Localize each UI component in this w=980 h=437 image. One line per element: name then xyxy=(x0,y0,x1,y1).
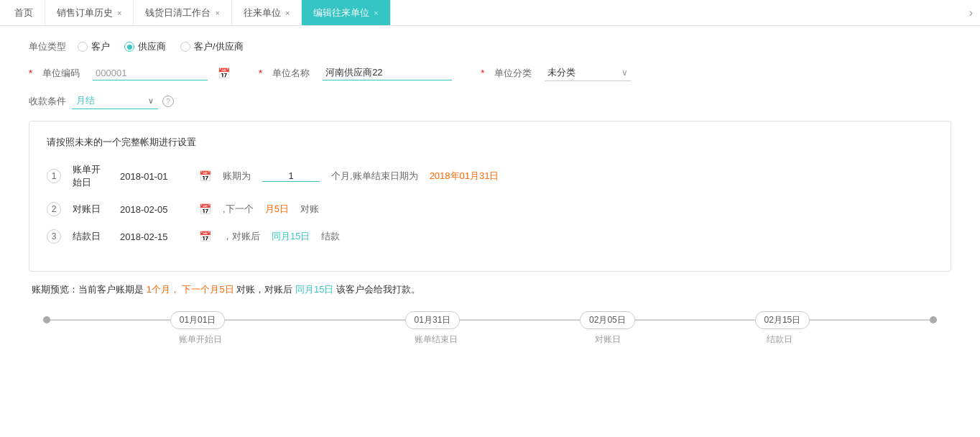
period-row-1: 1 账单开始日 2018-01-01 📅 账期为 个月,账单结束日期为 2018… xyxy=(47,163,933,189)
radio-label-customer: 客户 xyxy=(91,40,110,53)
period-title: 请按照未来的一个完整帐期进行设置 xyxy=(47,136,933,149)
tab-close-sales-history[interactable]: × xyxy=(117,9,121,17)
required-star-category: * xyxy=(481,68,484,78)
period-date-1: 2018-01-01 xyxy=(120,171,185,182)
timeline-node-3: 02月05日 xyxy=(580,311,635,329)
period-num-1: 1 xyxy=(47,169,61,183)
unit-category-chevron: ∨ xyxy=(621,68,628,78)
unit-name-input[interactable] xyxy=(323,66,452,80)
help-icon[interactable]: ? xyxy=(162,96,174,107)
timeline-node-2: 01月31日 xyxy=(405,311,461,329)
tab-close-cash-work[interactable]: × xyxy=(215,9,219,17)
preview-end: 该客户会给我打款。 xyxy=(336,284,420,295)
period-cal-icon-3[interactable]: 📅 xyxy=(199,231,211,242)
period-suffix-3: ，对账后 xyxy=(223,230,260,243)
timeline-nodes-row: 01月01日 01月31日 02月05日 02月15日 xyxy=(43,309,937,331)
timeline-node-4: 02月15日 xyxy=(755,311,810,329)
period-box: 请按照未来的一个完整帐期进行设置 1 账单开始日 2018-01-01 📅 账期… xyxy=(29,121,951,272)
period-row-3: 3 结款日 2018-02-15 📅 ，对账后 同月15日 结款 xyxy=(47,229,933,244)
preview-middle: 对账，对账后 xyxy=(236,284,292,295)
period-highlight-3: 同月15日 xyxy=(272,230,310,243)
radio-group-unit-type: 客户 供应商 客户/供应商 xyxy=(78,40,244,53)
payment-terms-row: 收款条件 月结 ∨ ? xyxy=(29,93,951,109)
unit-name-label: 单位名称 xyxy=(272,67,310,80)
timeline-labels-row: 账单开始日 账单结束日 对账日 结款日 xyxy=(43,334,937,346)
radio-supplier[interactable]: 供应商 xyxy=(124,40,166,53)
tab-label-home: 首页 xyxy=(14,6,33,19)
unit-code-label: 单位编码 xyxy=(42,67,80,80)
fields-row: * 单位编码 📅 * 单位名称 * 单位分类 未分类 ∨ xyxy=(29,65,951,81)
tab-edit-partner[interactable]: 编辑往来单位× xyxy=(302,0,390,25)
timeline-label-3: 对账日 xyxy=(586,334,629,346)
period-date-2: 2018-02-05 xyxy=(120,204,185,215)
period-after-2: 对账 xyxy=(300,203,319,216)
required-star-code: * xyxy=(29,68,32,78)
period-row-2: 2 对账日 2018-02-05 📅 ,下一个 月5日 对账 xyxy=(47,202,933,216)
unit-code-icon[interactable]: 📅 xyxy=(218,68,230,79)
period-cal-icon-1[interactable]: 📅 xyxy=(199,170,211,182)
radio-circle-customer xyxy=(78,42,88,52)
tab-bar: 首页销售订单历史×钱货日清工作台×往来单位×编辑往来单位×› xyxy=(0,0,980,26)
unit-code-input[interactable] xyxy=(93,66,208,80)
preview-part1: 1个月， xyxy=(147,284,180,295)
timeline-label-4: 结款日 xyxy=(758,334,801,346)
timeline-start-dot xyxy=(43,316,50,323)
period-label-1: 账单开始日 xyxy=(73,163,108,189)
period-months-input[interactable] xyxy=(262,170,320,182)
timeline-badge-3: 02月05日 xyxy=(580,311,635,329)
preview-label: 账期预览：当前客户账期是 xyxy=(32,284,144,295)
tab-close-edit-partner[interactable]: × xyxy=(374,9,378,17)
period-highlight-2: 月5日 xyxy=(265,203,289,216)
period-highlight-1: 2018年01月31日 xyxy=(430,170,499,183)
payment-terms-value: 月结 xyxy=(76,94,148,107)
preview-part2: 下一个月5日 xyxy=(182,284,234,295)
required-star-name: * xyxy=(259,68,262,78)
preview-text: 账期预览：当前客户账期是 1个月， 下一个月5日 对账，对账后 同月15日 该客… xyxy=(29,283,951,296)
radio-both[interactable]: 客户/供应商 xyxy=(180,40,244,53)
radio-label-both: 客户/供应商 xyxy=(194,40,244,53)
period-unit-text-1: 个月,账单结束日期为 xyxy=(331,170,418,183)
unit-type-label: 单位类型 xyxy=(29,40,66,53)
timeline-badge-2: 01月31日 xyxy=(405,311,461,329)
tab-label-sales-history: 销售订单历史 xyxy=(57,6,113,19)
field-group-category: * 单位分类 未分类 ∨ xyxy=(481,65,631,81)
main-content: 单位类型 客户 供应商 客户/供应商 * 单位编码 📅 * 单位名称 * 单位分… xyxy=(0,26,980,437)
period-num-2: 2 xyxy=(47,202,61,216)
tab-label-cash-work: 钱货日清工作台 xyxy=(145,6,211,19)
timeline-container: 01月01日 01月31日 02月05日 02月15日 xyxy=(29,309,951,346)
timeline-node-1: 01月01日 xyxy=(170,311,226,329)
tab-close-partner-unit[interactable]: × xyxy=(285,9,290,17)
tab-sales-history[interactable]: 销售订单历史× xyxy=(45,0,134,25)
tab-more-button[interactable]: › xyxy=(962,0,980,25)
period-num-3: 3 xyxy=(47,229,61,244)
timeline-label-2: 账单结束日 xyxy=(415,334,458,346)
period-cal-icon-2[interactable]: 📅 xyxy=(199,203,211,215)
radio-label-supplier: 供应商 xyxy=(138,40,166,53)
payment-terms-dropdown[interactable]: 月结 ∨ xyxy=(72,93,158,109)
period-after-3: 结款 xyxy=(321,230,340,243)
tab-home[interactable]: 首页 xyxy=(0,0,45,25)
radio-circle-both xyxy=(180,42,190,52)
radio-customer[interactable]: 客户 xyxy=(78,40,110,53)
period-label-2: 对账日 xyxy=(73,203,108,216)
unit-category-label: 单位分类 xyxy=(494,67,532,80)
timeline-end-dot xyxy=(930,316,937,323)
period-date-3: 2018-02-15 xyxy=(120,231,185,242)
tab-label-edit-partner: 编辑往来单位 xyxy=(313,6,369,19)
timeline-badge-4: 02月15日 xyxy=(755,311,810,329)
unit-category-select[interactable]: 未分类 ∨ xyxy=(545,65,631,81)
field-group-name: * 单位名称 xyxy=(259,66,452,80)
radio-circle-supplier xyxy=(124,42,134,52)
preview-part3: 同月15日 xyxy=(295,284,333,295)
unit-type-row: 单位类型 客户 供应商 客户/供应商 xyxy=(29,40,951,53)
field-group-code: * 单位编码 📅 xyxy=(29,66,230,80)
tab-cash-work[interactable]: 钱货日清工作台× xyxy=(134,0,231,25)
period-suffix-1: 账期为 xyxy=(223,170,251,183)
timeline-label-1: 账单开始日 xyxy=(179,334,222,346)
period-suffix-2: ,下一个 xyxy=(223,203,254,216)
payment-terms-chevron-icon: ∨ xyxy=(148,96,154,106)
period-label-3: 结款日 xyxy=(73,230,108,243)
tab-label-partner-unit: 往来单位 xyxy=(244,6,281,19)
unit-category-value: 未分类 xyxy=(547,66,575,79)
tab-partner-unit[interactable]: 往来单位× xyxy=(232,0,302,25)
